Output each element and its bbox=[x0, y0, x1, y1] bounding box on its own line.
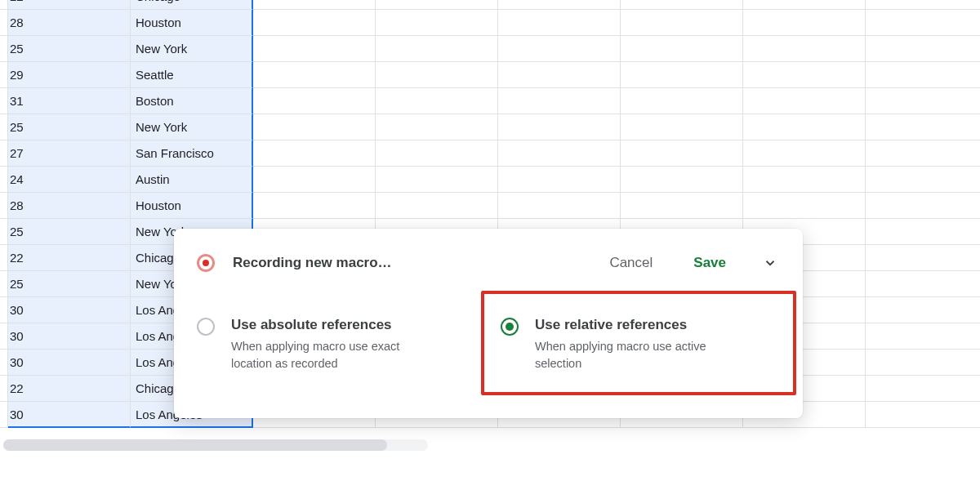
cell-empty[interactable] bbox=[743, 10, 866, 36]
cell-col-a[interactable]: 25 bbox=[8, 36, 131, 62]
cell-empty[interactable] bbox=[376, 0, 498, 10]
cell-empty[interactable] bbox=[866, 167, 980, 193]
cell-empty[interactable] bbox=[866, 271, 980, 297]
cell-empty[interactable] bbox=[621, 140, 743, 167]
cell-empty[interactable] bbox=[376, 140, 498, 167]
cell-empty[interactable] bbox=[866, 10, 980, 36]
cell-col-a[interactable]: 22 bbox=[8, 376, 131, 402]
cell-col-b[interactable]: Boston bbox=[131, 88, 253, 114]
cell-col-b[interactable]: Houston bbox=[131, 10, 253, 36]
cell-col-b[interactable]: New York bbox=[131, 36, 253, 62]
cancel-button[interactable]: Cancel bbox=[609, 255, 653, 271]
cell-empty[interactable] bbox=[253, 10, 376, 36]
cell-col-b[interactable]: New York bbox=[131, 114, 253, 140]
cell-empty[interactable] bbox=[866, 62, 980, 88]
cell-empty[interactable] bbox=[866, 140, 980, 167]
cell-empty[interactable] bbox=[866, 297, 980, 323]
cell-empty[interactable] bbox=[621, 36, 743, 62]
cell-empty[interactable] bbox=[866, 323, 980, 350]
cell-empty[interactable] bbox=[253, 88, 376, 114]
cell-empty[interactable] bbox=[498, 140, 621, 167]
cell-col-a[interactable]: 25 bbox=[8, 271, 131, 297]
cell-empty[interactable] bbox=[743, 88, 866, 114]
cell-empty[interactable] bbox=[498, 0, 621, 10]
cell-empty[interactable] bbox=[743, 114, 866, 140]
cell-col-a[interactable]: 30 bbox=[8, 323, 131, 350]
cell-empty[interactable] bbox=[866, 219, 980, 245]
cell-empty[interactable] bbox=[866, 402, 980, 428]
cell-empty[interactable] bbox=[253, 62, 376, 88]
cell-empty[interactable] bbox=[743, 140, 866, 167]
radio-checked-icon[interactable] bbox=[501, 318, 519, 336]
cell-empty[interactable] bbox=[743, 62, 866, 88]
cell-empty[interactable] bbox=[376, 10, 498, 36]
option-relative-references[interactable]: Use relative references When applying ma… bbox=[481, 291, 796, 395]
cell-col-b[interactable]: Austin bbox=[131, 167, 253, 193]
cell-empty[interactable] bbox=[253, 193, 376, 219]
cell-empty[interactable] bbox=[743, 167, 866, 193]
cell-empty[interactable] bbox=[621, 114, 743, 140]
collapse-button[interactable] bbox=[759, 252, 782, 274]
dialog-body: Use absolute references When applying ma… bbox=[174, 296, 803, 395]
cell-empty[interactable] bbox=[498, 167, 621, 193]
cell-empty[interactable] bbox=[376, 167, 498, 193]
cell-empty[interactable] bbox=[621, 62, 743, 88]
cell-empty[interactable] bbox=[253, 114, 376, 140]
cell-col-a[interactable]: 22 bbox=[8, 245, 131, 271]
cell-empty[interactable] bbox=[866, 350, 980, 376]
cell-empty[interactable] bbox=[743, 193, 866, 219]
cell-empty[interactable] bbox=[498, 88, 621, 114]
option-absolute-references[interactable]: Use absolute references When applying ma… bbox=[197, 305, 489, 395]
cell-empty[interactable] bbox=[743, 0, 866, 10]
cell-empty[interactable] bbox=[866, 36, 980, 62]
radio-unchecked-icon[interactable] bbox=[197, 318, 215, 336]
cell-col-b[interactable]: Houston bbox=[131, 193, 253, 219]
cell-col-a[interactable]: 31 bbox=[8, 88, 131, 114]
cell-col-a[interactable]: 30 bbox=[8, 297, 131, 323]
cell-empty[interactable] bbox=[376, 36, 498, 62]
cell-empty[interactable] bbox=[621, 88, 743, 114]
cell-empty[interactable] bbox=[866, 114, 980, 140]
cell-empty[interactable] bbox=[376, 62, 498, 88]
cell-col-a[interactable]: 22 bbox=[8, 0, 131, 10]
cell-col-a[interactable]: 28 bbox=[8, 193, 131, 219]
cell-col-a[interactable]: 24 bbox=[8, 167, 131, 193]
cell-col-a[interactable]: 29 bbox=[8, 62, 131, 88]
cell-empty[interactable] bbox=[866, 376, 980, 402]
cell-empty[interactable] bbox=[253, 167, 376, 193]
cell-col-b[interactable]: Chicago bbox=[131, 0, 253, 10]
cell-empty[interactable] bbox=[866, 0, 980, 10]
cell-empty[interactable] bbox=[376, 88, 498, 114]
horizontal-scrollbar[interactable] bbox=[3, 439, 428, 451]
cell-empty[interactable] bbox=[498, 10, 621, 36]
cell-empty[interactable] bbox=[866, 193, 980, 219]
cell-empty[interactable] bbox=[253, 140, 376, 167]
cell-empty[interactable] bbox=[498, 114, 621, 140]
cell-col-b[interactable]: San Francisco bbox=[131, 140, 253, 167]
cell-empty[interactable] bbox=[376, 193, 498, 219]
cell-empty[interactable] bbox=[376, 114, 498, 140]
dialog-title: Recording new macro… bbox=[233, 255, 609, 271]
cell-empty[interactable] bbox=[498, 193, 621, 219]
cell-empty[interactable] bbox=[253, 36, 376, 62]
cell-col-a[interactable]: 30 bbox=[8, 350, 131, 376]
save-button[interactable]: Save bbox=[693, 255, 726, 271]
cell-col-a[interactable]: 28 bbox=[8, 10, 131, 36]
cell-empty[interactable] bbox=[253, 0, 376, 10]
cell-empty[interactable] bbox=[866, 245, 980, 271]
cell-col-a[interactable]: 25 bbox=[8, 219, 131, 245]
cell-empty[interactable] bbox=[621, 10, 743, 36]
cell-empty[interactable] bbox=[498, 62, 621, 88]
cell-col-a[interactable]: 27 bbox=[8, 140, 131, 167]
dialog-header: Recording new macro… Cancel Save bbox=[174, 247, 803, 296]
cell-col-a[interactable]: 25 bbox=[8, 114, 131, 140]
cell-empty[interactable] bbox=[621, 167, 743, 193]
cell-empty[interactable] bbox=[621, 193, 743, 219]
cell-empty[interactable] bbox=[621, 0, 743, 10]
cell-col-a[interactable]: 30 bbox=[8, 402, 131, 428]
scrollbar-thumb[interactable] bbox=[3, 439, 387, 451]
cell-empty[interactable] bbox=[743, 36, 866, 62]
cell-empty[interactable] bbox=[498, 36, 621, 62]
cell-col-b[interactable]: Seattle bbox=[131, 62, 253, 88]
cell-empty[interactable] bbox=[866, 88, 980, 114]
